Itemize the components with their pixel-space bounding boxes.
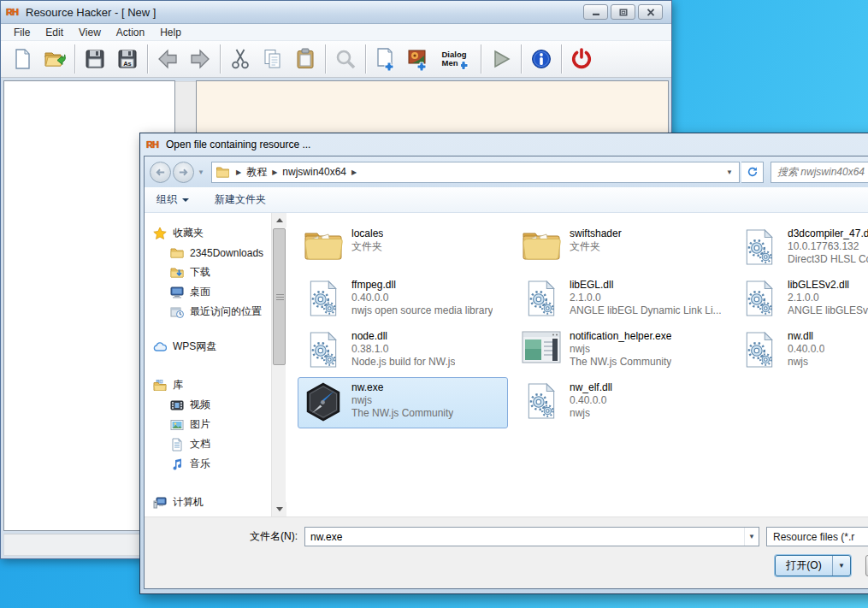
save-as-button[interactable]: As xyxy=(111,43,144,75)
info-button[interactable] xyxy=(525,43,558,75)
add-resource-button[interactable] xyxy=(369,43,402,75)
filetype-select[interactable]: Resource files (*.r xyxy=(766,527,868,546)
recent-pages-dropdown[interactable]: ▼ xyxy=(196,168,206,176)
menu-item-view[interactable]: View xyxy=(71,25,109,40)
file-detail-line: 0.40.0.0 xyxy=(570,394,612,407)
sidebar-item-0[interactable]: 收藏夹 xyxy=(145,223,271,243)
minimize-button[interactable] xyxy=(583,4,608,20)
restore-button[interactable] xyxy=(611,4,635,20)
star-icon xyxy=(153,227,167,240)
breadcrumb-item-0[interactable]: 教程 xyxy=(245,163,269,181)
file-tile-nw-dll[interactable]: nw.dll0.40.0.0nwjs xyxy=(734,326,868,377)
resource-hacker-app-icon: RH xyxy=(6,6,21,19)
add-dialog-menu-button[interactable]: DialogMen xyxy=(434,43,477,75)
file-tile-swiftshader[interactable]: swiftshader文件夹 xyxy=(516,223,726,274)
filename-value: nw.exe xyxy=(305,531,744,543)
forward-button[interactable] xyxy=(173,162,194,183)
filename-input[interactable]: nw.exe ▼ xyxy=(304,527,759,546)
rh-window-title: Resource Hacker - [ New ] xyxy=(26,6,579,19)
scroll-up-button[interactable] xyxy=(272,213,286,227)
open-file-button[interactable] xyxy=(38,43,71,75)
file-tile-nw-elf-dll[interactable]: nw_elf.dll0.40.0.0nwjs xyxy=(516,377,726,428)
back-button[interactable] xyxy=(150,162,171,183)
sidebar-item-7[interactable]: 视频 xyxy=(145,395,271,415)
exit-button[interactable] xyxy=(565,43,598,75)
refresh-button[interactable] xyxy=(741,162,764,183)
file-detail-line: The NW.js Community xyxy=(351,407,453,420)
dll-file-icon xyxy=(739,330,780,369)
sidebar-item-label: 音乐 xyxy=(190,457,210,471)
file-name: ffmpeg.dll xyxy=(351,279,493,292)
file-tile-ffmpeg-dll[interactable]: ffmpeg.dll0.40.0.0nwjs open source media… xyxy=(298,274,508,326)
breadcrumb-item-1[interactable]: nwjswin40x64 xyxy=(280,164,348,180)
sidebar-item-6[interactable]: 库 xyxy=(145,375,271,395)
navigation-bar: ▼ ▶教程▶nwjswin40x64▶ ▼ 搜索 nwjswin40x64 xyxy=(145,156,868,187)
file-tile-node-dll[interactable]: node.dll0.38.1.0Node.js build for NW.js xyxy=(298,326,508,377)
address-dropdown-icon[interactable]: ▼ xyxy=(722,168,737,176)
sidebar-item-label: 库 xyxy=(173,378,183,393)
menu-item-action[interactable]: Action xyxy=(109,25,152,40)
paste-button[interactable] xyxy=(289,43,322,75)
add-image-button[interactable] xyxy=(402,43,434,75)
dialog-client: ▼ ▶教程▶nwjswin40x64▶ ▼ 搜索 nwjswin40x64 组织… xyxy=(144,156,868,589)
scroll-down-button[interactable] xyxy=(272,502,286,517)
new-file-button[interactable] xyxy=(6,43,38,75)
places-sidebar: 收藏夹2345Downloads下载桌面最近访问的位置WPS网盘库视频图片文档音… xyxy=(145,213,271,517)
open-button[interactable]: 打开(O) xyxy=(776,556,832,576)
sidebar-item-2[interactable]: 下载 xyxy=(145,263,271,282)
cut-button[interactable] xyxy=(224,43,257,75)
run-button[interactable] xyxy=(485,43,517,75)
menu-item-file[interactable]: File xyxy=(6,25,38,40)
scroll-down-icon xyxy=(276,507,283,511)
file-name: swiftshader xyxy=(570,227,622,240)
sidebar-item-9[interactable]: 文档 xyxy=(145,434,271,454)
nw-app-icon xyxy=(303,381,344,422)
file-tile-libEGL-dll[interactable]: libEGL.dll2.1.0.0ANGLE libEGL Dynamic Li… xyxy=(516,274,726,326)
filename-dropdown-icon[interactable]: ▼ xyxy=(744,528,759,546)
scrollbar-thumb[interactable] xyxy=(273,228,286,365)
dll-file-icon xyxy=(739,227,780,266)
rh-titlebar[interactable]: RH Resource Hacker - [ New ] xyxy=(1,1,671,24)
video-icon xyxy=(170,398,184,412)
open-dropdown-icon[interactable]: ▼ xyxy=(832,556,850,576)
new-folder-button[interactable]: 新建文件夹 xyxy=(215,192,266,207)
sidebar-item-11[interactable]: 计算机 xyxy=(145,493,271,512)
file-tile-nw-exe[interactable]: nw.exenwjsThe NW.js Community xyxy=(298,377,508,428)
file-tile-locales[interactable]: locales文件夹 xyxy=(298,223,508,274)
copy-button[interactable] xyxy=(257,43,289,75)
menu-item-edit[interactable]: Edit xyxy=(38,25,71,40)
toolbar-separator xyxy=(561,44,562,74)
sidebar-item-3[interactable]: 桌面 xyxy=(145,282,271,302)
undo-button[interactable] xyxy=(151,43,184,75)
breadcrumb[interactable]: ▶教程▶nwjswin40x64▶ ▼ xyxy=(211,162,740,183)
rh-toolbar: AsDialogMen xyxy=(1,41,671,78)
sidebar-scrollbar[interactable] xyxy=(271,213,286,517)
organize-button[interactable]: 组织 xyxy=(156,192,189,207)
toolbar-separator xyxy=(147,44,148,74)
toolbar-separator xyxy=(365,44,366,74)
menu-item-help[interactable]: Help xyxy=(152,25,189,40)
breadcrumb-separator-icon: ▶ xyxy=(269,168,280,176)
sidebar-item-8[interactable]: 图片 xyxy=(145,415,271,434)
file-tile-libGLESv2-dll[interactable]: libGLESv2.dll2.1.0.0ANGLE libGLESv2 D xyxy=(734,274,868,326)
address-folder-icon xyxy=(216,166,230,178)
search-input[interactable]: 搜索 nwjswin40x64 xyxy=(771,162,868,183)
file-name: nw.exe xyxy=(351,381,453,394)
sidebar-item-1[interactable]: 2345Downloads xyxy=(145,243,271,263)
svg-text:As: As xyxy=(123,60,132,68)
sidebar-item-10[interactable]: 音乐 xyxy=(145,454,271,474)
file-detail-line: nwjs open source media library xyxy=(351,304,493,317)
close-button[interactable] xyxy=(638,4,663,20)
file-name: nw.dll xyxy=(788,330,824,343)
save-button[interactable] xyxy=(79,43,111,75)
dialog-titlebar[interactable]: RH Open file containing resource ... xyxy=(144,133,868,156)
file-tile-notification-helper-exe[interactable]: notification_helper.exenwjsThe NW.js Com… xyxy=(516,326,726,377)
file-tile-text: locales文件夹 xyxy=(351,227,383,253)
sidebar-item-5[interactable]: WPS网盘 xyxy=(145,337,271,357)
dialog-title: Open file containing resource ... xyxy=(166,139,310,151)
toolbar-separator xyxy=(325,44,326,74)
sidebar-item-4[interactable]: 最近访问的位置 xyxy=(145,302,271,322)
redo-button[interactable] xyxy=(184,43,216,75)
find-button[interactable] xyxy=(329,43,362,75)
file-tile-d3dcompiler-47-dll[interactable]: d3dcompiler_47.dll10.0.17763.132Direct3D… xyxy=(734,223,868,274)
